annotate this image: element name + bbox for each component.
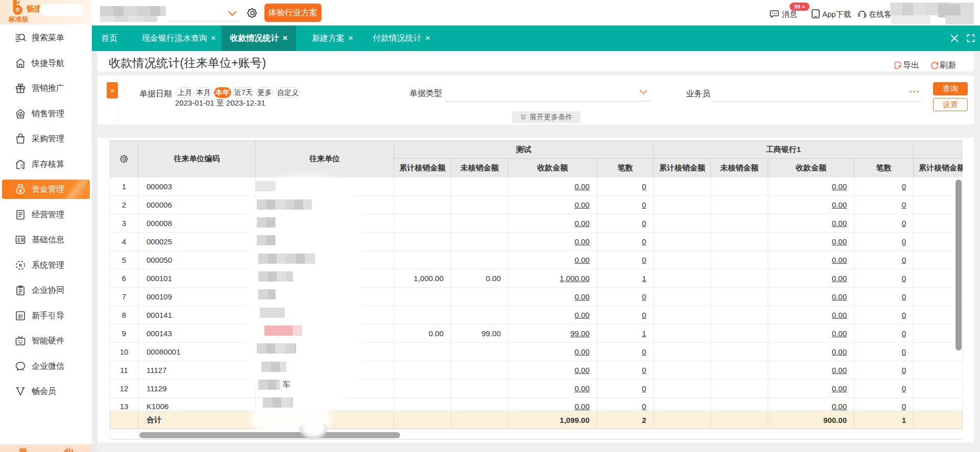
svg-text:新: 新 [18,313,23,319]
